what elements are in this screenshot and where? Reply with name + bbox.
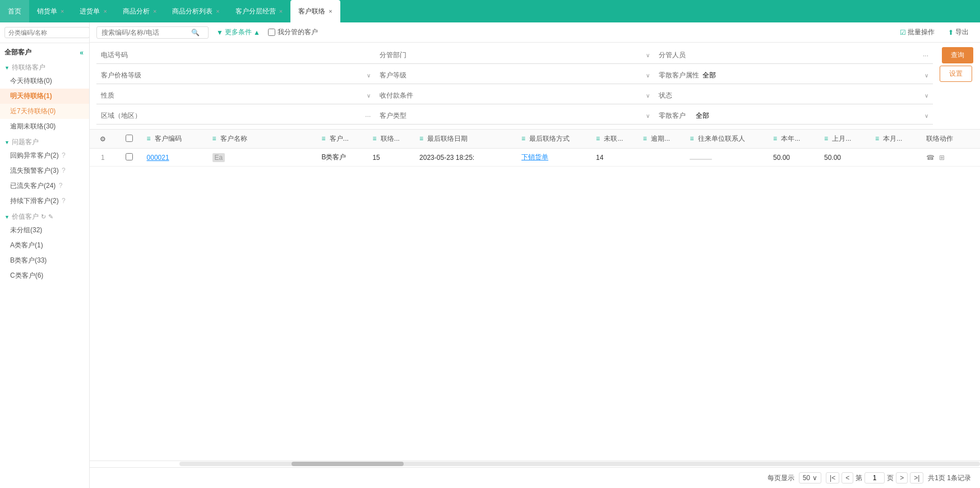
- nav-tab-3-label: 商品分析列表: [172, 7, 212, 16]
- help-icon-3[interactable]: ?: [62, 197, 66, 205]
- edit-icon[interactable]: ✎: [48, 213, 53, 220]
- sidebar-section-pending[interactable]: 待联络客户: [0, 59, 89, 73]
- help-icon-0[interactable]: ?: [62, 151, 66, 159]
- select-all-checkbox[interactable]: [126, 135, 133, 142]
- page-label: 第: [856, 473, 862, 483]
- sidebar-item-declining[interactable]: 持续下滑客户(2) ?: [0, 194, 89, 209]
- filter-cust-type-select[interactable]: ∨: [417, 113, 649, 119]
- sidebar-item-tomorrow[interactable]: 明天待联络(1): [0, 89, 89, 104]
- filter-more-btn[interactable]: ▼ 更多条件 ▲: [213, 26, 264, 39]
- nav-tab-4[interactable]: 客户分层经营 ×: [228, 0, 290, 22]
- filter-retail-attr: 零散客户属性 全部 ∨: [654, 67, 933, 84]
- sidebar-item-overdue[interactable]: 逾期未联络(30): [0, 119, 89, 134]
- filter-status-select[interactable]: ∨: [696, 93, 928, 99]
- sidebar-item-classA[interactable]: A类客户(1): [0, 238, 89, 253]
- filter-row-1: 电话号码 分管部门 ∨ 分管人员: [96, 47, 933, 64]
- sidebar-all-customers[interactable]: 全部客户 «: [0, 43, 89, 59]
- nav-tab-5[interactable]: 客户联络 ×: [290, 0, 340, 22]
- col-code-sep: ≡: [147, 135, 151, 142]
- h-scrollbar-thumb[interactable]: [292, 462, 404, 466]
- filter-region-select[interactable]: ···: [145, 112, 371, 120]
- sidebar-item-7days[interactable]: 近7天待联络(0): [0, 104, 89, 119]
- nav-tab-2-close[interactable]: ×: [153, 8, 156, 15]
- sidebar-item-classB[interactable]: B类客户(33): [0, 253, 89, 268]
- next-page-btn[interactable]: >: [896, 472, 908, 484]
- sidebar-section-value[interactable]: 价值客户 ↻ ✎: [0, 209, 89, 223]
- sidebar-item-classC[interactable]: C类客户(6): [0, 268, 89, 283]
- export-btn[interactable]: ⬆ 导出: [944, 26, 973, 39]
- sidebar-item-repurchase[interactable]: 回购异常客户(2) ?: [0, 148, 89, 163]
- filter-retail-cust-select[interactable]: 全部 ∨: [696, 111, 928, 121]
- filter-phone-input[interactable]: [138, 52, 371, 59]
- last-method-link[interactable]: 下销货单: [521, 153, 548, 161]
- dots-icon: ···: [923, 52, 928, 59]
- filter-price-grade: 客户价格等级 ∨: [96, 67, 375, 84]
- sidebar-section-problem[interactable]: 问题客户: [0, 134, 89, 148]
- nav-tab-4-close[interactable]: ×: [279, 8, 283, 15]
- col-overdue-sep: ≡: [643, 135, 647, 142]
- row-contact-count: 15: [368, 149, 415, 167]
- nav-tab-3-close[interactable]: ×: [216, 8, 219, 15]
- col-type-sep: ≡: [321, 135, 325, 142]
- query-button[interactable]: 查询: [942, 47, 973, 63]
- filter-price-grade-select[interactable]: ∨: [145, 72, 371, 79]
- filter-retail-attr-select[interactable]: 全部 ∨: [702, 71, 928, 80]
- sidebar-collapse-icon[interactable]: «: [80, 49, 84, 57]
- first-page-btn[interactable]: |<: [826, 472, 839, 484]
- sidebar-item-ungroup[interactable]: 未分组(32): [0, 223, 89, 238]
- nav-tab-2[interactable]: 商品分析 ×: [115, 0, 164, 22]
- filter-person-select[interactable]: ···: [696, 52, 928, 59]
- filter-payment-label: 收付款条件: [380, 91, 413, 100]
- nav-tab-3[interactable]: 商品分析列表 ×: [164, 0, 227, 22]
- row-select-checkbox[interactable]: [126, 153, 133, 160]
- chevron-down-icon-6: ∨: [646, 93, 650, 99]
- batch-btn[interactable]: ☑ 批量操作: [895, 26, 939, 39]
- row-code[interactable]: 000021: [142, 149, 208, 167]
- filter-retail-cust: 零散客户 全部 ∨: [654, 108, 933, 125]
- nav-tab-1[interactable]: 进货单 ×: [72, 0, 114, 22]
- row-actions: ☎ ⊞: [922, 149, 980, 167]
- filter-nature-label: 性质: [101, 91, 135, 100]
- nav-tab-4-label: 客户分层经营: [235, 7, 276, 16]
- sidebar-item-lostwarning[interactable]: 流失预警客户(3) ?: [0, 163, 89, 178]
- my-customers-checkbox[interactable]: [268, 29, 275, 36]
- col-contact-count: ≡ 联络...: [368, 130, 415, 149]
- nav-tab-0[interactable]: 销货单 ×: [29, 0, 72, 22]
- row-name[interactable]: Ea: [208, 149, 317, 167]
- sidebar-search-input[interactable]: [4, 27, 90, 38]
- row-index: 1: [90, 149, 116, 167]
- nav-tab-5-close[interactable]: ×: [329, 8, 332, 15]
- col-uncontacted: ≡ 未联...: [591, 130, 639, 149]
- col-gear[interactable]: ⚙: [90, 130, 116, 149]
- col-checkbox[interactable]: [116, 130, 142, 149]
- sidebar-item-today[interactable]: 今天待联络(0): [0, 73, 89, 89]
- gear-icon[interactable]: ⚙: [100, 135, 106, 143]
- reset-button[interactable]: 设置: [940, 66, 972, 82]
- sidebar-item-lost[interactable]: 已流失客户(24) ?: [0, 178, 89, 194]
- nav-tab-1-label: 进货单: [80, 7, 100, 16]
- help-icon-2[interactable]: ?: [59, 182, 63, 190]
- my-customers-filter[interactable]: 我分管的客户: [268, 27, 318, 37]
- search-input[interactable]: [101, 29, 191, 36]
- refresh-icon[interactable]: ↻: [41, 213, 46, 220]
- nav-tab-1-close[interactable]: ×: [103, 8, 107, 15]
- chevron-up-icon: ▲: [253, 29, 260, 36]
- help-icon-1[interactable]: ?: [62, 167, 66, 174]
- phone-action-icon[interactable]: ☎: [926, 154, 935, 162]
- nav-home[interactable]: 首页: [0, 0, 29, 22]
- page-input[interactable]: [865, 472, 885, 484]
- col-unit-contact: ≡ 往来单位联系人: [685, 130, 769, 149]
- filter-dept-select[interactable]: ∨: [417, 52, 649, 58]
- nav-tab-0-close[interactable]: ×: [61, 8, 64, 15]
- page-size-select[interactable]: 50 ∨: [799, 472, 821, 484]
- row-last-method[interactable]: 下销货单: [517, 149, 591, 167]
- grid-action-icon[interactable]: ⊞: [939, 154, 945, 162]
- filter-customer-grade-select[interactable]: ∨: [417, 72, 649, 79]
- filter-nature-select[interactable]: ∨: [138, 93, 371, 99]
- filter-payment-select[interactable]: ∨: [417, 93, 649, 99]
- last-page-btn[interactable]: >|: [910, 472, 923, 484]
- search-icon[interactable]: 🔍: [191, 29, 200, 36]
- filter-phone-label: 电话号码: [101, 50, 135, 60]
- row-checkbox[interactable]: [116, 149, 142, 167]
- prev-page-btn[interactable]: <: [842, 472, 853, 484]
